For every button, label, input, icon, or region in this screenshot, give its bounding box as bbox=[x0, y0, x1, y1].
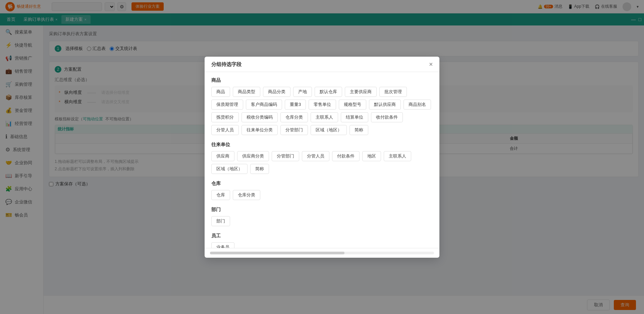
modal-footer bbox=[205, 248, 439, 258]
field-tag-batch-mgmt[interactable]: 批次管理 bbox=[379, 87, 407, 97]
field-tag-goods-type[interactable]: 商品类型 bbox=[233, 87, 260, 97]
field-tag-warehouse-cat[interactable]: 仓库分类 bbox=[233, 190, 260, 200]
field-tag-dept[interactable]: 分管部门 bbox=[280, 125, 308, 135]
field-tag-region-goods[interactable]: 区域（地区） bbox=[311, 125, 347, 135]
field-tag-salesperson[interactable]: 业务员 bbox=[211, 242, 234, 248]
field-tag-payment-terms[interactable]: 收付款条件 bbox=[371, 112, 403, 122]
field-tags-partner: 供应商 供应商分类 分管部门 分管人员 付款条件 地区 主联系人 区域（地区） … bbox=[211, 151, 433, 174]
field-tag-main-supplier[interactable]: 主要供应商 bbox=[345, 87, 377, 97]
field-tag-default-warehouse[interactable]: 默认仓库 bbox=[315, 87, 342, 97]
field-group-department: 部门 部门 bbox=[211, 207, 433, 226]
field-tag-payment-condition[interactable]: 付款条件 bbox=[332, 151, 360, 161]
field-tag-short-name-partner[interactable]: 简称 bbox=[250, 164, 269, 174]
field-tags-warehouse: 仓库 仓库分类 bbox=[211, 190, 433, 200]
field-tag-retail-unit[interactable]: 零售单位 bbox=[309, 100, 336, 110]
field-group-goods: 商品 商品 商品类型 商品分类 产地 默认仓库 主要供应商 批次管理 保质期管理… bbox=[211, 77, 433, 135]
field-tag-supplier[interactable]: 供应商 bbox=[211, 151, 234, 161]
field-tag-related-unit-category[interactable]: 往来单位分类 bbox=[241, 125, 278, 135]
field-group-partner: 往来单位 供应商 供应商分类 分管部门 分管人员 付款条件 地区 主联系人 区域… bbox=[211, 142, 433, 174]
field-tag-goods-alias[interactable]: 商品别名 bbox=[404, 100, 431, 110]
field-group-goods-title: 商品 bbox=[211, 77, 433, 83]
field-tag-main-contact[interactable]: 主联系人 bbox=[311, 112, 338, 122]
field-group-employee: 员工 业务员 bbox=[211, 233, 433, 248]
field-tag-weight3[interactable]: 重量3 bbox=[285, 100, 306, 110]
field-group-partner-title: 往来单位 bbox=[211, 142, 433, 148]
field-tag-customer-code[interactable]: 客户商品编码 bbox=[246, 100, 282, 110]
horizontal-scrollbar[interactable] bbox=[210, 252, 434, 254]
field-tags-employee: 业务员 bbox=[211, 242, 433, 248]
modal-overlay: 分组待选字段 × 商品 商品 商品类型 商品分类 产地 默认仓库 主要供应商 批… bbox=[0, 0, 644, 314]
field-tag-goods-category[interactable]: 商品分类 bbox=[263, 87, 290, 97]
field-tag-spec-model[interactable]: 规格型号 bbox=[339, 100, 366, 110]
field-group-employee-title: 员工 bbox=[211, 233, 433, 239]
modal-body: 商品 商品 商品类型 商品分类 产地 默认仓库 主要供应商 批次管理 保质期管理… bbox=[205, 72, 439, 248]
field-tag-supplier-category[interactable]: 供应商分类 bbox=[237, 151, 269, 161]
field-tag-shelf-life[interactable]: 保质期管理 bbox=[211, 100, 243, 110]
modal: 分组待选字段 × 商品 商品 商品类型 商品分类 产地 默认仓库 主要供应商 批… bbox=[205, 57, 439, 258]
field-group-warehouse-title: 仓库 bbox=[211, 181, 433, 187]
field-tag-department[interactable]: 部门 bbox=[211, 216, 230, 226]
field-tag-mgmt-dept[interactable]: 分管部门 bbox=[272, 151, 299, 161]
field-tag-goods[interactable]: 商品 bbox=[211, 87, 230, 97]
modal-close-button[interactable]: × bbox=[429, 61, 433, 67]
field-tag-warehouse[interactable]: 仓库 bbox=[211, 190, 230, 200]
field-tag-default-supplier[interactable]: 默认供应商 bbox=[369, 100, 401, 110]
field-tags-goods: 商品 商品类型 商品分类 产地 默认仓库 主要供应商 批次管理 保质期管理 客户… bbox=[211, 87, 433, 135]
field-tag-short-name-goods[interactable]: 简称 bbox=[350, 125, 368, 135]
field-tag-region-partner[interactable]: 区域（地区） bbox=[211, 164, 248, 174]
field-tag-origin[interactable]: 产地 bbox=[293, 87, 312, 97]
field-tag-supervisor[interactable]: 分管人员 bbox=[211, 125, 239, 135]
field-tag-mgmt-person[interactable]: 分管人员 bbox=[302, 151, 329, 161]
field-tag-main-contact2[interactable]: 主联系人 bbox=[384, 151, 411, 161]
field-tag-area[interactable]: 地区 bbox=[362, 151, 381, 161]
field-tag-settlement-unit[interactable]: 结算单位 bbox=[341, 112, 368, 122]
field-group-department-title: 部门 bbox=[211, 207, 433, 213]
field-tag-tax-code[interactable]: 税收分类编码 bbox=[241, 112, 278, 122]
modal-header: 分组待选字段 × bbox=[205, 57, 439, 72]
field-group-warehouse: 仓库 仓库 仓库分类 bbox=[211, 181, 433, 200]
field-tags-department: 部门 bbox=[211, 216, 433, 226]
modal-title: 分组待选字段 bbox=[211, 61, 241, 68]
field-tag-warehouse-category[interactable]: 仓库分类 bbox=[280, 112, 308, 122]
scrollbar-thumb bbox=[210, 252, 344, 254]
field-tag-pick-points[interactable]: 拣货积分 bbox=[211, 112, 239, 122]
